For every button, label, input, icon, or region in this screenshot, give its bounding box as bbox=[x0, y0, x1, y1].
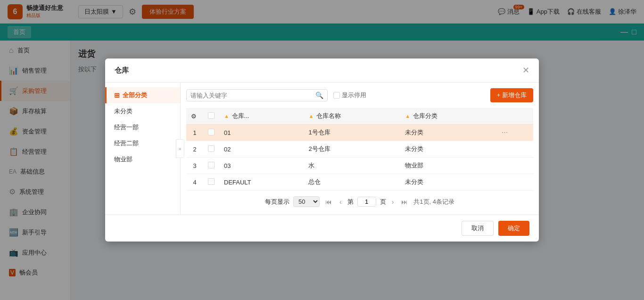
row-cat-1: 未分类 bbox=[400, 125, 497, 141]
add-warehouse-button[interactable]: + 新增仓库 bbox=[490, 88, 533, 102]
row-code-3: 03 bbox=[219, 158, 304, 174]
row-more-button-1[interactable]: ··· bbox=[502, 128, 508, 136]
row-check-4[interactable] bbox=[203, 174, 219, 191]
row-actions-2 bbox=[497, 141, 533, 158]
row-name-4: 总仓 bbox=[304, 174, 400, 191]
row-actions-1: ··· bbox=[497, 125, 533, 141]
modal-body: ⊞ 全部分类 未分类 经营一部 经营二部 物业部 « bbox=[105, 83, 539, 215]
row-num-3: 3 bbox=[186, 158, 203, 174]
modal-footer: 取消 确定 bbox=[105, 215, 539, 242]
search-icon[interactable]: 🔍 bbox=[315, 92, 323, 99]
row-num-1: 1 bbox=[186, 125, 203, 141]
row-actions-3 bbox=[497, 158, 533, 174]
row-name-3: 水 bbox=[304, 158, 400, 174]
row-cat-3: 物业部 bbox=[400, 158, 497, 174]
th-category: ▲ 仓库分类 bbox=[400, 108, 497, 125]
table-head: ⚙ ▲ 仓库... ▲ bbox=[186, 108, 533, 125]
sort-icon: ▲ bbox=[224, 113, 229, 119]
modal-title: 仓库 bbox=[115, 66, 129, 75]
collapse-panel-button[interactable]: « bbox=[176, 139, 184, 158]
show-inactive-label[interactable]: 显示停用 bbox=[333, 91, 366, 100]
table-panel: 🔍 显示停用 + 新增仓库 ⚙ bbox=[181, 83, 539, 215]
cancel-button[interactable]: 取消 bbox=[462, 221, 494, 236]
table-row[interactable]: 2 02 2号仓库 未分类 bbox=[186, 141, 533, 158]
modal-header: 仓库 ✕ bbox=[105, 58, 539, 83]
row-num-2: 2 bbox=[186, 141, 203, 158]
row-actions-4 bbox=[497, 174, 533, 191]
row-code-2: 02 bbox=[219, 141, 304, 158]
table-toolbar: 🔍 显示停用 + 新增仓库 bbox=[186, 88, 533, 102]
table-row[interactable]: 1 01 1号仓库 未分类 ··· bbox=[186, 125, 533, 141]
confirm-button[interactable]: 确定 bbox=[498, 221, 529, 236]
category-item-property[interactable]: 物业部 bbox=[105, 151, 180, 167]
search-input[interactable] bbox=[190, 92, 313, 99]
row-check-2[interactable] bbox=[203, 141, 219, 158]
table-header-row: ⚙ ▲ 仓库... ▲ bbox=[186, 108, 533, 125]
pagination: 每页显示 50 10 20 100 ⏮ ‹ 第 页 › ⏭ 共1页, 4条记录 bbox=[186, 191, 533, 209]
row-check-3[interactable] bbox=[203, 158, 219, 174]
first-page-button[interactable]: ⏮ bbox=[323, 197, 334, 207]
row-code-4: DEFAULT bbox=[219, 174, 304, 191]
category-item-unclassified[interactable]: 未分类 bbox=[105, 103, 180, 119]
table-body: 1 01 1号仓库 未分类 ··· bbox=[186, 125, 533, 191]
th-checkbox bbox=[203, 108, 219, 125]
row-check-1[interactable] bbox=[203, 125, 219, 141]
category-panel: ⊞ 全部分类 未分类 经营一部 经营二部 物业部 « bbox=[105, 83, 181, 215]
th-actions bbox=[497, 108, 533, 125]
select-all-checkbox[interactable] bbox=[208, 112, 215, 119]
row-cat-2: 未分类 bbox=[400, 141, 497, 158]
show-inactive-checkbox[interactable] bbox=[333, 92, 340, 99]
page-info: 共1页, 4条记录 bbox=[413, 198, 454, 206]
category-item-ops1[interactable]: 经营一部 bbox=[105, 119, 180, 135]
modal-close-button[interactable]: ✕ bbox=[522, 65, 529, 75]
settings-icon: ⚙ bbox=[191, 113, 197, 120]
per-page-select[interactable]: 50 10 20 100 bbox=[293, 196, 320, 207]
table-row[interactable]: 3 03 水 物业部 bbox=[186, 158, 533, 174]
sort-icon-cat: ▲ bbox=[405, 113, 410, 119]
last-page-button[interactable]: ⏭ bbox=[399, 197, 410, 207]
row-name-1: 1号仓库 bbox=[304, 125, 400, 141]
modal-overlay: 仓库 ✕ ⊞ 全部分类 未分类 经营一部 经营二部 bbox=[0, 0, 644, 300]
th-code: ▲ 仓库... bbox=[219, 108, 304, 125]
prev-page-button[interactable]: ‹ bbox=[338, 197, 344, 207]
sort-icon-name: ▲ bbox=[308, 113, 314, 119]
table-row[interactable]: 4 DEFAULT 总仓 未分类 bbox=[186, 174, 533, 191]
row-code-1: 01 bbox=[219, 125, 304, 141]
row-cat-4: 未分类 bbox=[400, 174, 497, 191]
search-wrap: 🔍 bbox=[186, 89, 328, 101]
next-page-button[interactable]: › bbox=[390, 197, 396, 207]
category-all[interactable]: ⊞ 全部分类 bbox=[105, 87, 180, 103]
category-item-ops2[interactable]: 经营二部 bbox=[105, 135, 180, 151]
row-name-2: 2号仓库 bbox=[304, 141, 400, 158]
table-container: ⚙ ▲ 仓库... ▲ bbox=[186, 108, 533, 191]
th-name: ▲ 仓库名称 bbox=[304, 108, 400, 125]
th-settings: ⚙ bbox=[186, 108, 203, 125]
grid-icon: ⊞ bbox=[114, 92, 120, 99]
warehouse-table: ⚙ ▲ 仓库... ▲ bbox=[186, 108, 533, 191]
warehouse-modal: 仓库 ✕ ⊞ 全部分类 未分类 经营一部 经营二部 bbox=[105, 58, 539, 242]
page-number-input[interactable] bbox=[357, 197, 376, 207]
row-num-4: 4 bbox=[186, 174, 203, 191]
